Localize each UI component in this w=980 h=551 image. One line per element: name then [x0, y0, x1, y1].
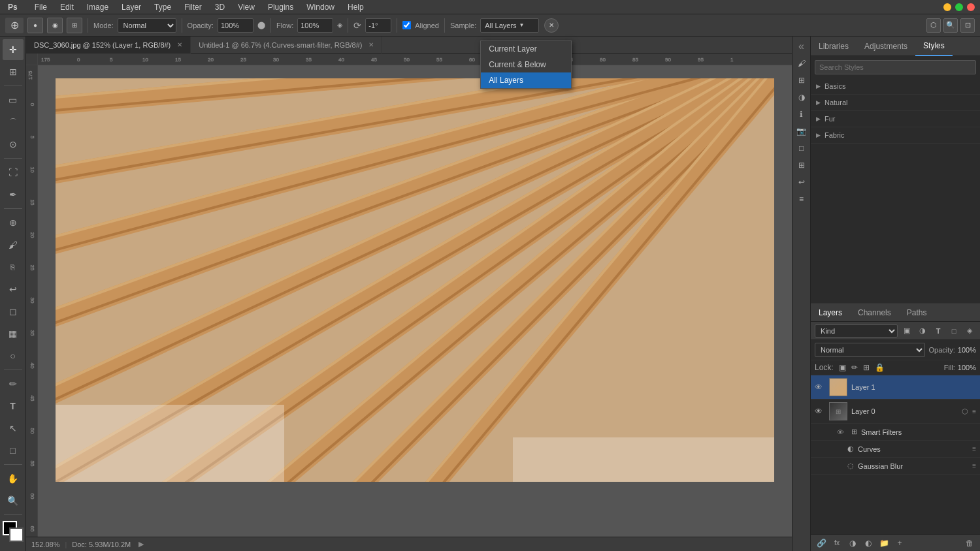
group-btn[interactable]: 📁 — [877, 537, 890, 550]
canvas-image[interactable] — [56, 78, 774, 482]
menu-file[interactable]: File — [32, 1, 50, 13]
type-tool[interactable]: T — [3, 396, 24, 417]
sample-extra-btn[interactable]: ✕ — [544, 18, 559, 33]
sample-option-all-layers[interactable]: All Layers — [481, 72, 571, 88]
camera-strip[interactable]: 📷 — [794, 124, 809, 138]
layers-tab-layers[interactable]: Layers — [811, 304, 850, 322]
layer0-visibility-icon[interactable]: 👁 — [815, 407, 825, 416]
tab-dsc3060[interactable]: DSC_3060.jpg @ 152% (Layer 1, RGB/8#) ✕ — [26, 37, 191, 54]
sample-option-current-layer[interactable]: Current Layer — [481, 41, 571, 57]
link-layers-btn[interactable]: 🔗 — [815, 537, 828, 550]
menu-type[interactable]: Type — [152, 1, 174, 13]
filter-smart-btn[interactable]: ◈ — [963, 324, 976, 338]
lock-artboard-btn[interactable]: ⊞ — [863, 363, 870, 372]
style-group-natural-header[interactable]: ▶ Natural — [811, 95, 980, 110]
quick-select-tool[interactable]: ⊙ — [3, 134, 24, 155]
crop-tool[interactable]: ⛶ — [3, 162, 24, 183]
artboard-tool[interactable]: ⊞ — [3, 61, 24, 82]
fx-btn[interactable]: fx — [830, 537, 843, 550]
layers-tab-paths[interactable]: Paths — [899, 304, 935, 322]
gaussian-blur-item[interactable]: ◌ Gaussian Blur ≡ — [811, 458, 980, 475]
properties-strip[interactable]: ⊞ — [794, 73, 809, 87]
adjustment-strip[interactable]: ◑ — [794, 90, 809, 104]
menu-filter[interactable]: Filter — [182, 1, 204, 13]
path-select-tool[interactable]: ↖ — [3, 418, 24, 439]
mode-select[interactable]: Normal — [118, 18, 176, 33]
tab-untitled1[interactable]: Untitled-1 @ 66.7% (4.Curves-smart-filte… — [191, 37, 382, 54]
layers-strip[interactable]: ≡ — [794, 192, 809, 206]
lasso-tool[interactable]: ⌒ — [3, 112, 24, 133]
menu-edit[interactable]: Edit — [57, 1, 76, 13]
info-strip[interactable]: ℹ — [794, 107, 809, 121]
hand-tool[interactable]: ✋ — [3, 468, 24, 489]
new-layer-btn[interactable]: + — [893, 537, 906, 550]
menu-help[interactable]: Help — [345, 1, 367, 13]
menu-layer[interactable]: Layer — [119, 1, 144, 13]
status-expand-btn[interactable]: ▶ — [139, 540, 144, 548]
dodge-tool[interactable]: ○ — [3, 345, 24, 366]
smart-filters-item[interactable]: 👁 ⊞ Smart Filters — [811, 424, 980, 441]
aligned-checkbox[interactable] — [402, 21, 411, 29]
layer-item-layer1[interactable]: 👁 Layer 1 — [811, 375, 980, 400]
background-color[interactable] — [9, 527, 24, 542]
filter-pixel-btn[interactable]: ▣ — [900, 324, 913, 338]
eraser-tool[interactable]: ◻ — [3, 301, 24, 322]
layer1-visibility-icon[interactable]: 👁 — [815, 383, 825, 392]
curves-item[interactable]: ◐ Curves ≡ — [811, 441, 980, 458]
sample-option-current-below[interactable]: Current & Below — [481, 57, 571, 72]
brush-settings-strip[interactable]: 🖌 — [794, 56, 809, 71]
opacity-input[interactable] — [218, 18, 253, 33]
move-tool[interactable]: ✛ — [3, 39, 24, 60]
canvas-scroll[interactable] — [38, 65, 792, 537]
style-group-basics-header[interactable]: ▶ Basics — [811, 78, 980, 94]
menu-image[interactable]: Image — [84, 1, 111, 13]
menu-view[interactable]: View — [235, 1, 257, 13]
collapse-strip-btn[interactable]: « — [794, 39, 809, 54]
filter-adjust-btn[interactable]: ◑ — [916, 324, 929, 338]
flow-input[interactable] — [297, 18, 333, 33]
eyedropper-tool[interactable]: ✒ — [3, 184, 24, 205]
history-brush-tool[interactable]: ↩ — [3, 279, 24, 300]
kind-filter-select[interactable]: Kind — [815, 324, 898, 338]
delete-layer-btn[interactable]: 🗑 — [963, 537, 976, 550]
lock-all-btn[interactable]: 🔒 — [875, 363, 885, 372]
search-btn[interactable]: 🔍 — [943, 18, 958, 33]
tab-dsc3060-close[interactable]: ✕ — [177, 41, 182, 48]
shape-tool[interactable]: □ — [3, 440, 24, 461]
panel-tab-adjustments[interactable]: Adjustments — [857, 37, 915, 56]
brush-size-btn[interactable]: ● — [27, 18, 43, 33]
lock-pixels-btn[interactable]: ▣ — [839, 363, 846, 372]
layout-btn[interactable]: ⊡ — [960, 18, 975, 33]
minimize-button[interactable] — [943, 3, 951, 11]
angle-input[interactable] — [365, 18, 391, 33]
blend-mode-select[interactable]: Normal — [815, 343, 925, 357]
filter-type-btn[interactable]: T — [932, 324, 945, 338]
maximize-button[interactable] — [955, 3, 963, 11]
panel-tab-styles[interactable]: Styles — [915, 37, 953, 56]
menu-window[interactable]: Window — [304, 1, 337, 13]
menu-3d[interactable]: 3D — [212, 1, 227, 13]
gradient-tool[interactable]: ▦ — [3, 323, 24, 344]
layer-item-layer0[interactable]: 👁 ⊞ Layer 0 ⬡ ≡ — [811, 400, 980, 424]
layer0-action-btn[interactable]: ≡ — [972, 408, 976, 415]
menu-plugins[interactable]: Plugins — [265, 1, 296, 13]
gaussian-blur-action-btn[interactable]: ≡ — [972, 462, 976, 469]
clone-tool[interactable]: ⎘ — [3, 257, 24, 277]
select-rect-tool[interactable]: ▭ — [3, 89, 24, 110]
square-strip[interactable]: □ — [794, 141, 809, 155]
sample-dropdown-btn[interactable]: All Layers ▼ — [480, 18, 539, 33]
heal-tool[interactable]: ⊕ — [3, 212, 24, 233]
grid-strip[interactable]: ⊞ — [794, 158, 809, 172]
brush-tool[interactable]: 🖌 — [3, 234, 24, 255]
panel-tab-libraries[interactable]: Libraries — [811, 37, 857, 56]
tab-untitled1-close[interactable]: ✕ — [368, 41, 374, 48]
zoom-tool[interactable]: 🔍 — [3, 490, 24, 511]
brush-toggle-btn[interactable]: ⊞ — [67, 18, 82, 33]
style-group-fur-header[interactable]: ▶ Fur — [811, 111, 980, 127]
lock-pos-btn[interactable]: ✏ — [851, 363, 858, 372]
close-button[interactable] — [967, 3, 975, 11]
style-group-fabric-header[interactable]: ▶ Fabric — [811, 127, 980, 143]
adjustment-btn[interactable]: ◐ — [862, 537, 875, 550]
brush-preset-btn[interactable]: ◉ — [47, 18, 63, 33]
smart-filters-vis-icon[interactable]: 👁 — [837, 428, 847, 436]
